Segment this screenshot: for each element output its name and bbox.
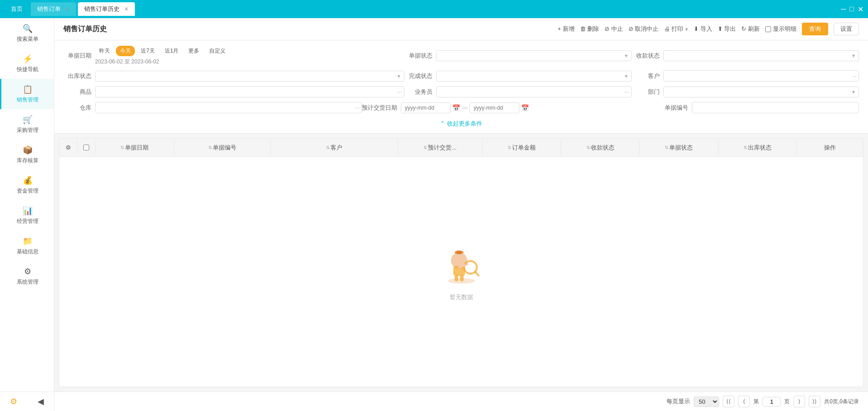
th-date-label: 单据日期 (125, 144, 149, 152)
first-page-btn[interactable]: ⟨⟨ (723, 396, 734, 407)
sidebar-item-quick-nav[interactable]: ⚡ 快捷导航 (0, 48, 54, 79)
sidebar-item-capital-mgmt-label: 资金管理 (17, 187, 38, 195)
document-number-input[interactable] (692, 102, 859, 113)
select-all-checkbox[interactable] (83, 145, 89, 150)
date-btn-more[interactable]: 更多 (184, 46, 203, 56)
next-page-btn[interactable]: ⟩ (793, 396, 805, 407)
warehouse-input[interactable] (96, 102, 353, 113)
sidebar-item-ops-mgmt[interactable]: 📊 经营管理 (0, 200, 54, 231)
cancel-stop-button[interactable]: ⊘ 取消中止 (628, 25, 659, 33)
filter-salesperson: 业务员 ··· (404, 86, 632, 97)
salesperson-dots[interactable]: ··· (623, 88, 631, 95)
settings-button[interactable]: 设置 (834, 23, 859, 35)
collapse-more-btn[interactable]: ⌃ 收起更多条件 (63, 118, 859, 128)
delete-button[interactable]: 🗑 删除 (580, 25, 599, 33)
print-button[interactable]: 🖨 打印 ▾ (664, 25, 689, 33)
payment-status-label: 收款状态 (632, 52, 663, 60)
tab-sales-order-history[interactable]: 销售订单历史 ✕ (78, 2, 135, 16)
sidebar-item-search-menu[interactable]: 🔍 搜索菜单 (0, 18, 54, 48)
sidebar-collapse-icon[interactable]: ◀ (38, 396, 44, 406)
sidebar-item-sales-mgmt[interactable]: 📋 销售管理 (0, 79, 54, 109)
filter-row-4: 仓库 ··· 预计交货日期 📅 — 📅 (63, 102, 859, 113)
filter-area: 单据日期 昨天 今天 近7天 近1月 更多 自定义 2023-06-02 至 2… (54, 40, 868, 134)
close-icon[interactable]: ✕ (858, 5, 863, 14)
document-status-select[interactable]: ▾ (436, 50, 632, 61)
filter-outbound-status: 出库状态 ▾ (63, 71, 404, 82)
document-number-label: 单据编号 (660, 104, 692, 112)
sidebar-item-basic-info-label: 基础信息 (17, 248, 38, 256)
maximize-icon[interactable]: □ (849, 5, 854, 13)
product-dots[interactable]: ··· (395, 88, 404, 95)
settings-col-icon: ⚙ (66, 144, 71, 151)
delivery-date-end-cal-icon[interactable]: 📅 (521, 104, 529, 111)
th-delivery-date[interactable]: ⇅ 预计交货... (398, 140, 483, 155)
pagination: 每页显示 10 20 50 100 ⟨⟨ ⟨ 第 页 ⟩ ⟩⟩ 共0页,0条记录 (54, 392, 868, 411)
th-settings[interactable]: ⚙ (59, 140, 77, 155)
date-btn-1month[interactable]: 近1月 (161, 46, 183, 56)
delivery-date-start[interactable] (401, 102, 451, 113)
page-number-input[interactable] (762, 397, 781, 406)
th-payment-status[interactable]: ⇅ 收款状态 (561, 140, 640, 155)
date-range-text: 2023-06-02 至 2023-06-02 (95, 58, 404, 66)
sort-icon-order: ⇅ (208, 145, 212, 150)
stop-button[interactable]: ⊘ 中止 (604, 25, 623, 33)
warehouse-dots[interactable]: ··· (353, 104, 361, 111)
th-outbound-status[interactable]: ⇅ 出库状态 (719, 140, 797, 155)
prev-page-btn[interactable]: ⟨ (738, 396, 750, 407)
customer-input[interactable] (664, 71, 850, 81)
empty-state: 暂无数据 (59, 157, 863, 387)
sidebar-item-purchase-mgmt[interactable]: 🛒 采购管理 (0, 109, 54, 140)
customer-dots[interactable]: ··· (850, 73, 858, 79)
refresh-button[interactable]: ↻ 刷新 (741, 25, 760, 33)
sort-icon-status: ⇅ (665, 145, 668, 150)
display-detail-checkbox[interactable]: 显示明细 (765, 25, 796, 33)
th-date[interactable]: ⇅ 单据日期 (96, 140, 174, 155)
sales-mgmt-icon: 📋 (23, 84, 33, 94)
th-doc-status[interactable]: ⇅ 单据状态 (640, 140, 719, 155)
export-button[interactable]: ⬆ 导出 (718, 25, 736, 33)
th-order-no[interactable]: ⇅ 单据编号 (174, 140, 271, 155)
import-button[interactable]: ⬇ 导入 (694, 25, 712, 33)
new-button[interactable]: + 新增 (557, 25, 574, 33)
tab-sales-order-close[interactable]: ✕ (65, 6, 70, 12)
th-checkbox[interactable] (77, 141, 96, 154)
sidebar-item-inventory-calc[interactable]: 📦 库存核算 (0, 140, 54, 170)
tab-home-label: 首页 (11, 5, 23, 13)
sidebar-item-basic-info[interactable]: 📁 基础信息 (0, 231, 54, 261)
sidebar-item-purchase-mgmt-label: 采购管理 (17, 126, 38, 134)
sort-icon-customer: ⇅ (326, 145, 330, 150)
product-input[interactable] (96, 87, 395, 97)
last-page-btn[interactable]: ⟩⟩ (809, 396, 820, 407)
query-button[interactable]: 查询 (802, 23, 828, 35)
tab-sales-order-history-close[interactable]: ✕ (124, 6, 129, 12)
date-btn-today[interactable]: 今天 (116, 46, 135, 56)
th-amount[interactable]: ⇅ 订单金额 (483, 140, 561, 155)
tab-sales-order-label: 销售订单 (37, 5, 61, 13)
outbound-status-arrow: ▾ (398, 73, 400, 79)
date-btn-7days[interactable]: 近7天 (137, 46, 159, 56)
tab-home[interactable]: 首页 (5, 2, 29, 16)
sidebar-settings-icon[interactable]: ⚙ (10, 396, 17, 406)
outbound-status-select[interactable]: ▾ (95, 71, 404, 82)
salesperson-input[interactable] (436, 87, 623, 97)
th-customer[interactable]: ⇅ 客户 (271, 140, 398, 155)
completion-status-select[interactable]: ▾ (436, 71, 632, 82)
filter-document-date: 单据日期 昨天 今天 近7天 近1月 更多 自定义 2023-06-02 至 2… (63, 46, 404, 66)
delivery-date-start-cal-icon[interactable]: 📅 (452, 104, 460, 111)
department-select[interactable]: ▾ (663, 87, 859, 97)
date-btn-yesterday[interactable]: 昨天 (95, 46, 114, 56)
payment-status-select[interactable]: ▾ (663, 50, 859, 61)
sidebar-item-sys-mgmt[interactable]: ⚙ 系统管理 (0, 261, 54, 291)
outbound-status-label: 出库状态 (63, 72, 95, 80)
minimize-icon[interactable]: ─ (841, 5, 846, 13)
tab-sales-order-history-label: 销售订单历史 (84, 5, 120, 13)
basic-info-icon: 📁 (23, 236, 33, 246)
display-detail-input[interactable] (765, 26, 771, 32)
page-size-select[interactable]: 10 20 50 100 (694, 396, 719, 407)
sidebar-item-sales-mgmt-label: 销售管理 (17, 96, 38, 104)
date-btn-custom[interactable]: 自定义 (205, 46, 230, 56)
filter-row-1: 单据日期 昨天 今天 近7天 近1月 更多 自定义 2023-06-02 至 2… (63, 46, 859, 66)
delivery-date-end[interactable] (470, 102, 519, 113)
sidebar-item-capital-mgmt[interactable]: 💰 资金管理 (0, 170, 54, 200)
tab-sales-order[interactable]: 销售订单 ✕ (31, 2, 76, 16)
